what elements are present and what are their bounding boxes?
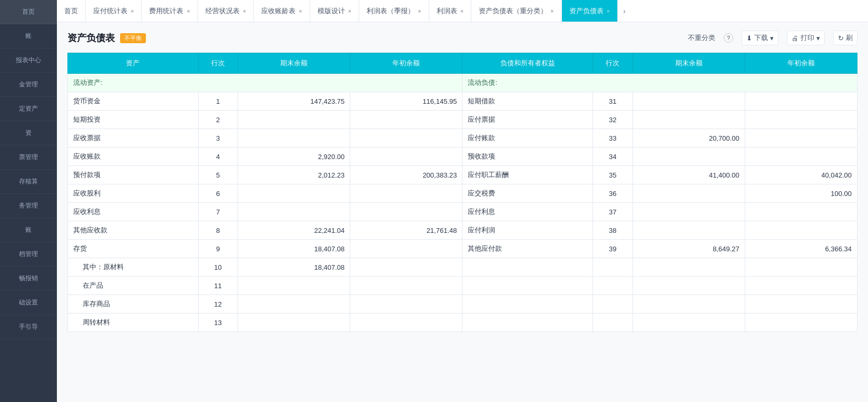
left-name: 应收股利 (68, 184, 199, 203)
right-begin-balance: 40,042.00 (745, 166, 857, 184)
left-name: 应收账款 (68, 148, 199, 166)
sidebar-item-settings[interactable]: 础设置 (0, 291, 57, 315)
left-row-num: 11 (198, 277, 238, 295)
sidebar-item-home[interactable]: 首页 (0, 0, 57, 24)
left-name: 预付款项 (68, 166, 199, 184)
right-name: 应付票据 (462, 111, 593, 129)
tab-scroll-arrow[interactable]: › (618, 7, 631, 15)
header-row-num-right: 行次 (593, 53, 633, 74)
close-tab-ar-aging[interactable]: × (299, 8, 302, 14)
left-row-num: 12 (198, 295, 238, 313)
main-area: 首页 应付统计表 × 费用统计表 × 经营状况表 × 应收账龄表 × 模版设计 … (57, 0, 868, 402)
left-begin-balance (350, 313, 462, 332)
left-begin-balance (350, 277, 462, 295)
header-row-num-left: 行次 (198, 53, 238, 74)
refresh-button[interactable]: ↻ 刷 (833, 31, 857, 45)
header-begin-balance-left: 年初余额 (350, 53, 462, 74)
sidebar-item-ticket-mgmt[interactable]: 票管理 (0, 145, 57, 170)
sidebar-item-capital[interactable]: 资 (0, 121, 57, 145)
left-begin-balance (350, 184, 462, 203)
left-end-balance: 18,407.08 (238, 258, 350, 277)
table-row: 其中：原材料 10 18,407.08 (68, 258, 857, 277)
sidebar-item-report-center[interactable]: 报表中心 (0, 48, 57, 73)
left-name: 库存商品 (68, 295, 199, 313)
sidebar-item-fixed-assets[interactable]: 定资产 (0, 97, 57, 121)
left-begin-balance: 200,383.23 (350, 166, 462, 184)
left-name: 存货 (68, 240, 199, 258)
right-begin-balance (745, 313, 857, 332)
table-row: 预付款项 5 2,012.23 200,383.23 应付职工薪酬 35 41,… (68, 166, 857, 184)
tab-accounts-payable[interactable]: 应付统计表 × (86, 0, 142, 22)
sidebar-item-sales[interactable]: 畅报销 (0, 267, 57, 291)
left-row-num: 8 (198, 221, 238, 240)
toolbar-right: 不重分类 ? ⬇ 下载 ▾ 🖨 打印 ▾ ↻ 刷 (688, 31, 857, 45)
header-assets: 资产 (68, 53, 199, 74)
sidebar: 首页 账 报表中心 金管理 定资产 资 票管理 存核算 务管理 账 档管理 畅报… (0, 0, 57, 402)
sidebar-item-tax-mgmt[interactable]: 务管理 (0, 194, 57, 218)
sidebar-item-archive[interactable]: 档管理 (0, 242, 57, 267)
right-begin-balance (745, 203, 857, 221)
tab-ar-aging[interactable]: 应收账龄表 × (254, 0, 310, 22)
tab-balance-reclassified[interactable]: 资产负债表（重分类） × (471, 0, 561, 22)
close-tab-income[interactable]: × (460, 8, 463, 14)
table-row: 其他应收款 8 22,241.04 21,761.48 应付利润 38 (68, 221, 857, 240)
close-tab-accounts-payable[interactable]: × (131, 8, 134, 14)
left-end-balance (238, 129, 350, 148)
sidebar-item-sub-ledger[interactable]: 账 (0, 218, 57, 242)
sidebar-item-inventory[interactable]: 存核算 (0, 170, 57, 194)
table-row: 存货 9 18,407.08 其他应付款 39 8,649.27 6,366.3… (68, 240, 857, 258)
close-tab-operations[interactable]: × (243, 8, 246, 14)
tab-template[interactable]: 模版设计 × (310, 0, 359, 22)
sidebar-item-guide[interactable]: 手引导 (0, 315, 57, 339)
left-end-balance (238, 184, 350, 203)
left-row-num: 10 (198, 258, 238, 277)
tab-operations[interactable]: 经营状况表 × (198, 0, 254, 22)
right-begin-balance (745, 277, 857, 295)
category-left-label: 流动资产: (68, 74, 462, 92)
tab-expense[interactable]: 费用统计表 × (142, 0, 198, 22)
right-begin-balance (745, 111, 857, 129)
left-begin-balance (350, 240, 462, 258)
right-row-num: 31 (593, 92, 633, 111)
right-name: 预收款项 (462, 148, 593, 166)
left-begin-balance (350, 295, 462, 313)
sidebar-item-ledger[interactable]: 账 (0, 24, 57, 48)
tab-home[interactable]: 首页 (57, 0, 86, 22)
left-end-balance: 22,241.04 (238, 221, 350, 240)
right-end-balance (633, 313, 745, 332)
help-icon[interactable]: ? (724, 33, 733, 43)
left-end-balance (238, 277, 350, 295)
close-tab-expense[interactable]: × (186, 8, 190, 14)
right-name: 应交税费 (462, 184, 593, 203)
left-name: 货币资金 (68, 92, 199, 111)
left-end-balance: 2,012.23 (238, 166, 350, 184)
right-row-num (593, 277, 633, 295)
tab-income[interactable]: 利润表 × (429, 0, 471, 22)
left-name: 在产品 (68, 277, 199, 295)
tab-income-quarterly[interactable]: 利润表（季报） × (359, 0, 429, 22)
close-tab-balance-reclassified[interactable]: × (550, 8, 554, 14)
close-tab-income-quarterly[interactable]: × (418, 8, 421, 14)
download-button[interactable]: ⬇ 下载 ▾ (742, 31, 778, 45)
status-badge: 不平衡 (120, 33, 146, 43)
table-row: 应收股利 6 应交税费 36 100.00 (68, 184, 857, 203)
tab-balance[interactable]: 资产负债表 × (562, 0, 618, 22)
right-row-num: 39 (593, 240, 633, 258)
left-end-balance (238, 111, 350, 129)
close-tab-balance[interactable]: × (607, 8, 610, 14)
right-end-balance (633, 111, 745, 129)
left-end-balance (238, 313, 350, 332)
right-name: 应付账款 (462, 129, 593, 148)
right-row-num: 34 (593, 148, 633, 166)
right-end-balance (633, 258, 745, 277)
print-button[interactable]: 🖨 打印 ▾ (787, 31, 825, 45)
category-right-label: 流动负债: (462, 74, 857, 92)
close-tab-template[interactable]: × (348, 8, 351, 14)
right-end-balance: 41,400.00 (633, 166, 745, 184)
sidebar-item-fund-mgmt[interactable]: 金管理 (0, 73, 57, 97)
page-title: 资产负债表 (67, 32, 115, 44)
left-begin-balance (350, 203, 462, 221)
page-title-area: 资产负债表 不平衡 (67, 32, 146, 44)
right-name (462, 277, 593, 295)
left-row-num: 9 (198, 240, 238, 258)
